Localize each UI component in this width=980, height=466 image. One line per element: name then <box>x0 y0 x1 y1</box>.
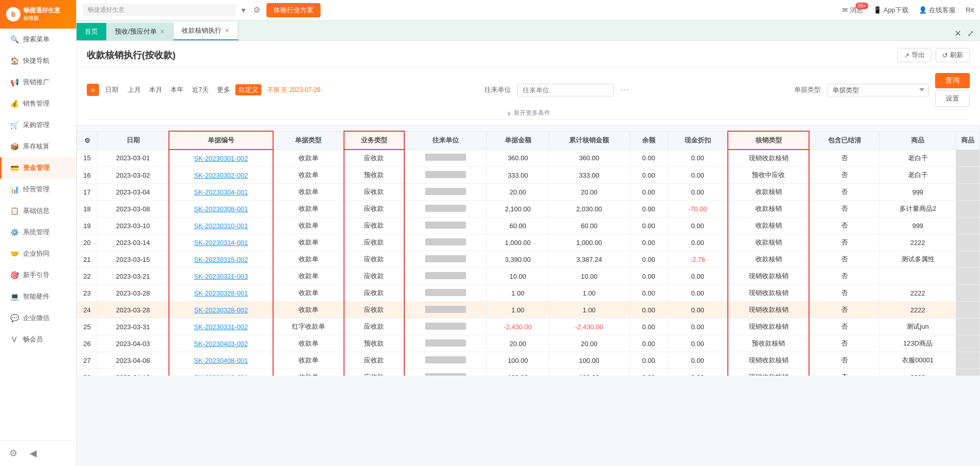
date-btn-this-year[interactable]: 本年 <box>167 84 187 95</box>
row-doc-no[interactable]: SK-20230328-001 <box>169 285 273 302</box>
table-row[interactable]: 272023-04-08SK-20230408-001收款单应收款100.001… <box>77 352 980 369</box>
row-cash-discount: 0.00 <box>668 184 727 201</box>
date-btn-more[interactable]: 更多 <box>214 84 233 95</box>
row-doc-no[interactable]: SK-20230408-001 <box>169 352 273 369</box>
expand-more-button[interactable]: ∨ 展开更多条件 <box>507 109 550 117</box>
table-row[interactable]: 262023-04-03SK-20230403-002收款单预收款20.0020… <box>77 335 980 352</box>
col-doc-no: 单据编号 <box>169 131 273 150</box>
row-doc-no[interactable]: SK-20230328-002 <box>169 302 273 318</box>
sidebar-item-shortcut[interactable]: 🏠 快捷导航 <box>0 50 76 71</box>
row-doc-no[interactable]: SK-20230301-002 <box>169 150 273 167</box>
tab-verify-close-icon[interactable]: ✕ <box>225 27 230 34</box>
user-menu[interactable]: Rit <box>966 6 974 14</box>
table-row[interactable]: 222023-03-21SK-20230321-003收款单应收款10.0010… <box>77 268 980 285</box>
row-include-settled: 否 <box>809 318 879 335</box>
table-row[interactable]: 162023-03-02SK-20230302-002收款单预收款333.003… <box>77 167 980 184</box>
page-content: 收款核销执行(按收款) ↗ 导出 ↺ 刷新 » 日期 上月 本月 <box>77 41 980 466</box>
query-button[interactable]: 查询 <box>935 73 970 88</box>
row-doc-no[interactable]: SK-20230310-001 <box>169 217 273 234</box>
solution-button[interactable]: 体验行业方案 <box>266 3 321 17</box>
sidebar-item-purchase[interactable]: 🛒 采购管理 <box>0 114 76 136</box>
sidebar-item-cooperation[interactable]: 🤝 企业协同 <box>0 243 76 264</box>
table-row[interactable]: 232023-03-28SK-20230328-001收款单应收款1.001.0… <box>77 285 980 302</box>
row-doc-no[interactable]: SK-20230321-003 <box>169 268 273 285</box>
filter-toggle-button[interactable]: » <box>87 84 99 96</box>
table-row[interactable]: 202023-03-14SK-20230314-001收款单应收款1,000.0… <box>77 234 980 251</box>
row-doc-no[interactable]: SK-20230304-001 <box>169 184 273 201</box>
refresh-button[interactable]: ↺ 刷新 <box>936 48 970 62</box>
tab-advance[interactable]: 预收/预应付单 ✕ <box>107 23 174 40</box>
table-row[interactable]: 282023-04-18SK-20230418-001收款单应收款100.001… <box>77 369 980 376</box>
service-icon: 👤 <box>919 6 927 14</box>
tab-close-all-icon[interactable]: ✕ <box>952 27 963 40</box>
table-scroll-area[interactable]: ⚙ 日期 单据编号 单据类型 业务类型 往来单位 单据金额 累计核销金额 余额 … <box>77 131 980 376</box>
row-doc-no[interactable]: SK-20230302-002 <box>169 167 273 184</box>
filter-row-1: » 日期 上月 本月 本年 近7天 更多 自定义 不限 至 2023-07-26… <box>87 73 970 107</box>
row-doc-no[interactable]: SK-20230308-001 <box>169 201 273 217</box>
sidebar-item-basic[interactable]: 📋 基础信息 <box>0 200 76 222</box>
tab-expand-icon[interactable]: ⤢ <box>965 27 976 40</box>
row-amount: 60.00 <box>487 217 549 234</box>
row-doc-no[interactable]: SK-20230418-001 <box>169 369 273 376</box>
sidebar-item-operations[interactable]: 📊 经营管理 <box>0 179 76 200</box>
url-bar[interactable]: 畅捷通好生意 <box>83 4 236 16</box>
table-row[interactable]: 242023-03-28SK-20230328-002收款单应收款1.001.0… <box>77 302 980 318</box>
date-btn-custom[interactable]: 自定义 <box>235 84 261 95</box>
tab-advance-close-icon[interactable]: ✕ <box>160 28 165 35</box>
sidebar-item-guide[interactable]: 🎯 新手引导 <box>0 264 76 286</box>
sidebar-item-wechat[interactable]: 💬 企业微信 <box>0 307 76 329</box>
sidebar-item-hardware[interactable]: 💻 智能硬件 <box>0 286 76 307</box>
row-doc-no[interactable]: SK-20230331-002 <box>169 318 273 335</box>
tab-verify[interactable]: 收款核销执行 ✕ <box>174 22 238 40</box>
export-button[interactable]: ↗ 导出 <box>897 48 932 62</box>
service-label: 在线客服 <box>929 6 955 15</box>
settings-icon[interactable]: ⚙ <box>251 3 262 17</box>
online-service-button[interactable]: 👤 在线客服 <box>919 6 955 15</box>
row-verified: 2,030.00 <box>549 201 629 217</box>
row-doc-no[interactable]: SK-20230314-001 <box>169 234 273 251</box>
sidebar-item-sales[interactable]: 💰 销售管理 <box>0 93 76 114</box>
sidebar-nav: 🔍 搜索菜单 🏠 快捷导航 📢 营销推广 💰 销售管理 🛒 采购管理 📦 库存核… <box>0 29 76 440</box>
home-icon: 🏠 <box>10 57 19 65</box>
row-date: 2023-04-18 <box>97 369 169 376</box>
row-doc-type: 收款单 <box>273 251 344 268</box>
row-doc-no[interactable]: SK-20230403-002 <box>169 335 273 352</box>
message-button[interactable]: ✉ 消息 99+ <box>842 6 863 15</box>
settings-bottom-icon[interactable]: ⚙ <box>5 446 21 461</box>
sidebar-item-inventory[interactable]: 📦 库存核算 <box>0 136 76 157</box>
date-btn-this-month[interactable]: 本月 <box>146 84 165 95</box>
row-product-img <box>956 251 980 268</box>
sidebar-item-search[interactable]: 🔍 搜索菜单 <box>0 29 76 50</box>
sidebar-item-member[interactable]: V 畅会员 <box>0 329 76 350</box>
row-amount: 20.00 <box>487 335 549 352</box>
sidebar-item-system[interactable]: ⚙️ 系统管理 <box>0 222 76 243</box>
url-dropdown-icon[interactable]: ▼ <box>240 6 247 14</box>
row-verify-type: 现销收款核销 <box>728 150 810 167</box>
receipt-type-select[interactable]: 单据类型 <box>827 84 929 96</box>
table-row[interactable]: 192023-03-10SK-20230310-001收款单应收款60.0060… <box>77 217 980 234</box>
data-table: ⚙ 日期 单据编号 单据类型 业务类型 往来单位 单据金额 累计核销金额 余额 … <box>77 131 980 376</box>
row-biz-type: 应收款 <box>344 234 404 251</box>
row-product-img <box>956 335 980 352</box>
app-download-button[interactable]: 📱 App下载 <box>873 6 909 15</box>
sidebar-item-label: 资金管理 <box>23 163 50 173</box>
counterparty-input[interactable] <box>517 84 614 96</box>
table-row[interactable]: 182023-03-08SK-20230308-001收款单应收款2,100.0… <box>77 201 980 217</box>
table-settings-button[interactable]: 设置 <box>935 90 970 107</box>
sidebar-item-finance[interactable]: 💳 资金管理 <box>0 157 76 179</box>
table-row[interactable]: 152023-03-01SK-20230301-002收款单应收款360.003… <box>77 150 980 167</box>
tab-home[interactable]: 首页 <box>77 23 107 40</box>
col-gear[interactable]: ⚙ <box>77 131 97 150</box>
date-btn-last-month[interactable]: 上月 <box>125 84 144 95</box>
collapse-icon[interactable]: ◀ <box>26 446 41 461</box>
table-row[interactable]: 252023-03-31SK-20230331-002红字收款单应收款-2,43… <box>77 318 980 335</box>
row-product-img <box>956 352 980 369</box>
sidebar-item-marketing[interactable]: 📢 营销推广 <box>0 71 76 93</box>
table-row[interactable]: 212023-03-15SK-20230315-002收款单应收款3,390.0… <box>77 251 980 268</box>
filter-dots: ··· <box>620 85 630 94</box>
row-doc-no[interactable]: SK-20230315-002 <box>169 251 273 268</box>
date-btn-7days[interactable]: 近7天 <box>189 84 212 95</box>
row-product-img <box>956 184 980 201</box>
tabbar: 首页 预收/预应付单 ✕ 收款核销执行 ✕ ✕ ⤢ <box>77 20 980 41</box>
table-row[interactable]: 172023-03-04SK-20230304-001收款单应收款20.0020… <box>77 184 980 201</box>
